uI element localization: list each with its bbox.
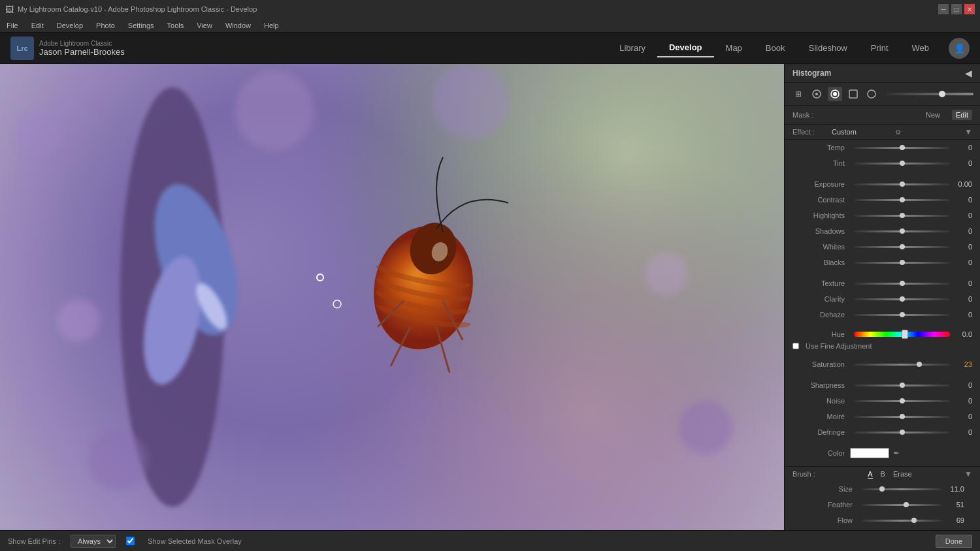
fine-adjustment-checkbox[interactable] [792, 343, 799, 349]
effect-value[interactable]: Custom [832, 128, 895, 136]
clarity-thumb[interactable] [900, 296, 905, 302]
hue-thumb[interactable] [902, 330, 908, 339]
shadows-thumb[interactable] [900, 228, 905, 234]
temp-track[interactable] [854, 147, 950, 149]
highlights-track[interactable] [854, 215, 950, 217]
tab-print[interactable]: Print [859, 39, 900, 57]
tab-book[interactable]: Book [754, 39, 797, 57]
brush-a-tab[interactable]: A [868, 470, 872, 479]
show-edit-pins-label: Show Edit Pins : [8, 537, 60, 545]
feather-row: Feather 51 [792, 497, 972, 512]
defringe-thumb[interactable] [900, 430, 905, 435]
blacks-value: 0 [954, 259, 972, 266]
contrast-track[interactable] [854, 199, 950, 201]
dehaze-thumb[interactable] [900, 312, 905, 317]
sharpness-thumb[interactable] [900, 383, 905, 388]
brush-b-tab[interactable]: B [881, 470, 885, 479]
crop-tool-icon[interactable]: ⊞ [791, 87, 806, 101]
window-controls[interactable]: ─ □ ✕ [938, 4, 975, 14]
tint-thumb[interactable] [900, 161, 905, 166]
temp-thumb[interactable] [900, 145, 905, 150]
hue-track[interactable] [854, 332, 950, 337]
user-avatar[interactable]: 👤 [949, 38, 970, 59]
maximize-button[interactable]: □ [951, 4, 962, 14]
mask-new-button[interactable]: New [922, 110, 944, 120]
effect-row: Effect : Custom ⚙ ▼ [785, 125, 980, 140]
size-thumb[interactable] [879, 486, 885, 492]
size-track[interactable] [862, 488, 942, 490]
exposure-thumb[interactable] [900, 181, 905, 187]
menu-edit[interactable]: Edit [29, 20, 46, 31]
contrast-value: 0 [954, 196, 972, 204]
menu-settings[interactable]: Settings [125, 20, 157, 31]
menu-window[interactable]: Window [223, 20, 253, 31]
contrast-thumb[interactable] [900, 197, 905, 202]
highlights-value: 0 [954, 212, 972, 219]
tint-track[interactable] [854, 163, 950, 165]
texture-row: Texture 0 [785, 276, 980, 291]
menu-tools[interactable]: Tools [165, 20, 187, 31]
highlights-thumb[interactable] [900, 213, 905, 218]
clarity-track[interactable] [854, 298, 950, 300]
effect-collapse-icon[interactable]: ▼ [964, 127, 972, 136]
menu-file[interactable]: File [4, 20, 21, 31]
defringe-track[interactable] [854, 432, 950, 433]
shadows-track[interactable] [854, 230, 950, 232]
menu-develop[interactable]: Develop [54, 20, 86, 31]
tab-slideshow[interactable]: Slideshow [797, 39, 859, 57]
color-dropper-icon[interactable]: ✒ [893, 449, 900, 458]
color-swatch[interactable] [850, 448, 889, 458]
heal-tool-icon[interactable] [809, 87, 824, 101]
menu-photo[interactable]: Photo [93, 20, 118, 31]
tab-web[interactable]: Web [900, 39, 941, 57]
tab-map[interactable]: Map [714, 39, 754, 57]
tab-library[interactable]: Library [608, 39, 657, 57]
saturation-thumb[interactable] [917, 362, 922, 367]
brush-collapse-icon[interactable]: ▼ [964, 469, 972, 479]
histogram-collapse-icon[interactable]: ◀ [965, 68, 972, 78]
minimize-button[interactable]: ─ [938, 4, 949, 14]
mask-tool-icon[interactable] [828, 87, 842, 101]
blacks-track[interactable] [854, 262, 950, 264]
feather-track[interactable] [862, 504, 942, 506]
whites-track[interactable] [854, 246, 950, 248]
color-label: Color [792, 449, 845, 457]
blacks-thumb[interactable] [900, 260, 905, 265]
flow-track[interactable] [862, 520, 942, 522]
done-button[interactable]: Done [936, 535, 972, 548]
brush-erase-tab[interactable]: Erase [893, 470, 912, 479]
close-button[interactable]: ✕ [964, 4, 975, 14]
texture-thumb[interactable] [900, 281, 905, 286]
always-dropdown[interactable]: Always [71, 535, 116, 548]
texture-track[interactable] [854, 283, 950, 285]
tint-value: 0 [954, 159, 972, 167]
graduated-filter-icon[interactable] [864, 87, 879, 101]
brush-size-track[interactable] [887, 93, 973, 95]
flow-thumb[interactable] [911, 518, 917, 523]
photo-area[interactable] [0, 64, 784, 530]
mask-edit-button[interactable]: Edit [952, 110, 972, 120]
dehaze-track[interactable] [854, 314, 950, 316]
photo-canvas[interactable] [0, 64, 784, 530]
sharpness-track[interactable] [854, 385, 950, 386]
hue-value: 0.0 [954, 330, 972, 338]
tab-develop[interactable]: Develop [657, 39, 714, 57]
menu-view[interactable]: View [194, 20, 215, 31]
histogram-title: Histogram [792, 69, 831, 78]
saturation-row: Saturation 23 [785, 356, 980, 372]
menu-help[interactable]: Help [261, 20, 282, 31]
moire-track[interactable] [854, 416, 950, 418]
noise-thumb[interactable] [900, 398, 905, 403]
brush-size-thumb[interactable] [939, 91, 945, 97]
feather-thumb[interactable] [904, 502, 909, 507]
red-eye-tool-icon[interactable] [846, 87, 860, 101]
menubar: File Edit Develop Photo Settings Tools V… [0, 18, 980, 33]
moire-thumb[interactable] [900, 414, 905, 419]
saturation-track[interactable] [854, 364, 950, 366]
noise-track[interactable] [854, 400, 950, 402]
mask-label: Mask : [792, 111, 813, 119]
effect-dropdown-icon[interactable]: ⚙ [895, 129, 901, 136]
show-mask-checkbox[interactable] [126, 537, 135, 545]
exposure-track[interactable] [854, 183, 950, 185]
whites-thumb[interactable] [900, 244, 905, 249]
